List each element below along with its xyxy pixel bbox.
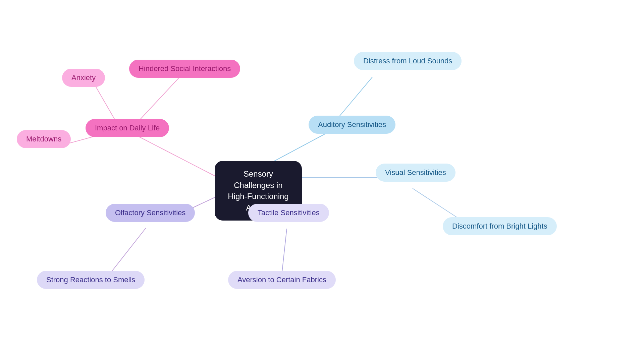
tactile-node: Tactile Sensitivities <box>248 204 329 222</box>
svg-line-0 <box>136 135 221 179</box>
loud-sounds-node: Distress from Loud Sounds <box>354 52 462 70</box>
svg-line-1 <box>94 83 117 124</box>
auditory-node: Auditory Sensitivities <box>309 116 395 134</box>
svg-line-5 <box>109 228 146 275</box>
strong-smells-node: Strong Reactions to Smells <box>37 271 145 289</box>
fabrics-node: Aversion to Certain Fabrics <box>228 271 336 289</box>
anxiety-node: Anxiety <box>62 69 105 87</box>
impact-node: Impact on Daily Life <box>86 119 169 137</box>
bright-lights-node: Discomfort from Bright Lights <box>443 217 557 235</box>
meltdowns-node: Meltdowns <box>17 130 71 148</box>
olfactory-node: Olfactory Sensitivities <box>106 204 195 222</box>
visual-node: Visual Sensitivities <box>376 164 455 182</box>
hindered-node: Hindered Social Interactions <box>129 60 240 78</box>
svg-line-6 <box>268 131 330 164</box>
svg-line-11 <box>282 229 287 275</box>
svg-line-7 <box>335 77 372 121</box>
svg-line-9 <box>413 188 463 221</box>
svg-line-2 <box>136 75 181 124</box>
